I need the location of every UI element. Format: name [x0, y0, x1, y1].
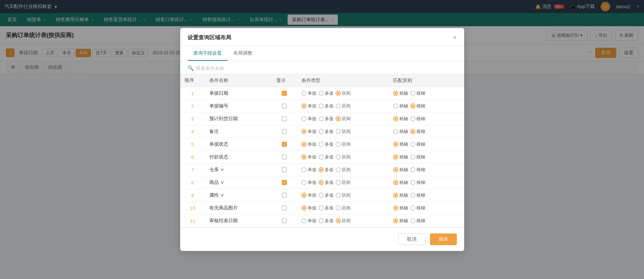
modal-close-btn[interactable]: × [453, 34, 457, 42]
modal-tab-query-fields-label: 查询字段设置 [193, 50, 222, 56]
modal-tab-layout-label: 布局调整 [233, 50, 252, 56]
modal-tabs: 查询字段设置 布局调整 [180, 46, 464, 61]
modal-tab-query-fields[interactable]: 查询字段设置 [187, 46, 228, 61]
modal-search-bar: 🔍 [180, 61, 464, 74]
search-input[interactable] [196, 66, 269, 71]
modal-tab-layout[interactable]: 布局调整 [228, 46, 258, 61]
modal-dialog: 设置查询区域布局 × 查询字段设置 布局调整 🔍 顺序 条件名称 [180, 28, 464, 74]
search-icon: 🔍 [187, 65, 194, 71]
modal-header: 设置查询区域布局 × [180, 28, 464, 46]
modal-overlay: 设置查询区域布局 × 查询字段设置 布局调整 🔍 顺序 条件名称 [0, 0, 644, 74]
modal-title: 设置查询区域布局 [187, 34, 231, 41]
